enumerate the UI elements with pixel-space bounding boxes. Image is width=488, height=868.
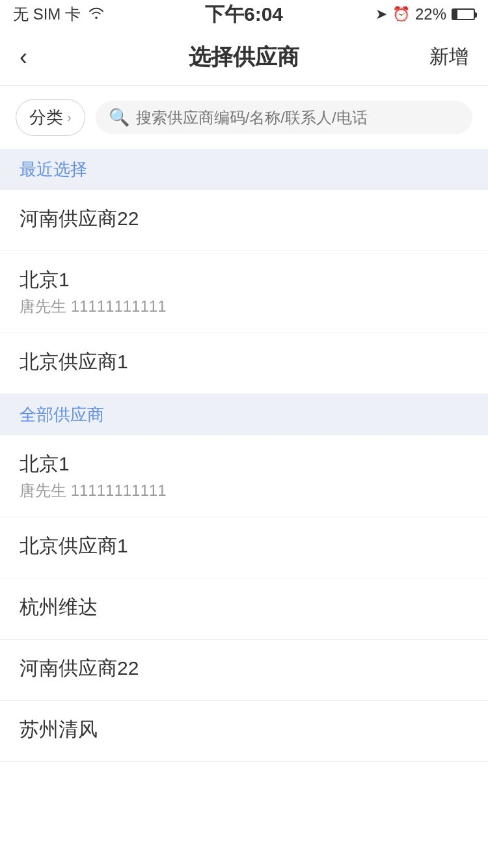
list-item[interactable]: 北京供应商1 [0, 333, 488, 394]
filter-bar: 分类 › 🔍 [0, 86, 488, 149]
category-label: 分类 [29, 106, 63, 129]
search-wrapper: 🔍 [96, 101, 472, 134]
recent-section-header: 最近选择 [0, 149, 488, 190]
item-name: 北京1 [20, 451, 468, 478]
status-time: 下午6:04 [205, 1, 283, 28]
all-section-header: 全部供应商 [0, 394, 488, 435]
item-name: 河南供应商22 [20, 655, 468, 682]
item-name: 杭州维达 [20, 594, 468, 621]
status-left: 无 SIM 卡 [13, 4, 105, 25]
wifi-icon [87, 5, 105, 23]
status-right: ➤ ⏰ 22% [375, 5, 475, 23]
item-name: 河南供应商22 [20, 206, 468, 232]
back-button[interactable]: ‹ [20, 44, 59, 71]
list-item[interactable]: 杭州维达 [0, 578, 488, 640]
list-item[interactable]: 河南供应商22 [0, 640, 488, 701]
item-name: 北京1 [20, 267, 468, 293]
list-item[interactable]: 北京1唐先生 11111111111 [0, 435, 488, 517]
item-name: 北京供应商1 [20, 533, 468, 560]
recent-items-list: 河南供应商22北京1唐先生 11111111111北京供应商1 [0, 190, 488, 394]
battery-icon [452, 8, 475, 20]
location-icon: ➤ [375, 6, 387, 23]
page-title: 选择供应商 [189, 42, 299, 72]
carrier-label: 无 SIM 卡 [13, 4, 81, 25]
battery-label: 22% [415, 5, 446, 23]
status-bar: 无 SIM 卡 下午6:04 ➤ ⏰ 22% [0, 0, 488, 29]
list-item[interactable]: 河南供应商22 [0, 190, 488, 251]
all-items-list: 北京1唐先生 11111111111北京供应商1杭州维达河南供应商22苏州清风 [0, 435, 488, 762]
add-button[interactable]: 新增 [429, 44, 468, 70]
search-input[interactable] [136, 109, 459, 127]
list-item[interactable]: 北京供应商1 [0, 517, 488, 578]
item-name: 苏州清风 [20, 716, 468, 743]
alarm-icon: ⏰ [392, 6, 410, 23]
nav-bar: ‹ 选择供应商 新增 [0, 29, 488, 86]
item-name: 北京供应商1 [20, 349, 468, 375]
list-item[interactable]: 北京1唐先生 11111111111 [0, 251, 488, 333]
list-item[interactable]: 苏州清风 [0, 701, 488, 762]
item-sub: 唐先生 11111111111 [20, 296, 468, 317]
category-filter-button[interactable]: 分类 › [16, 99, 85, 136]
chevron-right-icon: › [67, 110, 72, 125]
search-icon: 🔍 [109, 107, 129, 128]
item-sub: 唐先生 11111111111 [20, 480, 468, 501]
